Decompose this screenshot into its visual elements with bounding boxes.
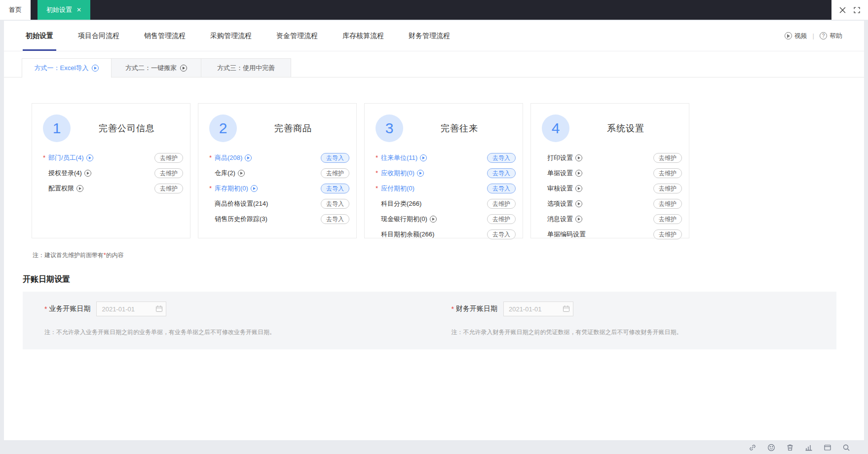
card-item: 选项设置 去维护: [542, 196, 682, 211]
import-button[interactable]: 去导入: [487, 184, 516, 193]
business-date-row: * 业务开账日期: [44, 302, 430, 316]
item-label[interactable]: 库存期初(0): [215, 184, 248, 193]
card-item: * 应收期初(0) 去导入: [376, 165, 516, 181]
item-label: 现金银行期初(0): [381, 215, 427, 224]
window-tab-bar: 首页 初始设置 ✕: [0, 0, 868, 20]
link-icon[interactable]: [749, 444, 756, 452]
business-date-col: * 业务开账日期 注：不允许录入业务开账日期之前的业务单据，有业务单据之后不可修…: [23, 302, 430, 337]
method-tab-improve-in-use[interactable]: 方式三：使用中完善: [201, 58, 291, 77]
tab-finance-flow[interactable]: 财务管理流程: [409, 21, 450, 51]
import-button[interactable]: 去导入: [487, 168, 516, 178]
tab-initial-setup[interactable]: 初始设置: [26, 21, 53, 51]
play-circle-icon[interactable]: [238, 170, 245, 177]
play-circle-icon[interactable]: [575, 216, 582, 223]
maintain-button[interactable]: 去维护: [487, 214, 516, 224]
maintain-button[interactable]: 去维护: [154, 168, 183, 178]
play-circle-icon[interactable]: [76, 185, 83, 192]
item-label: 单据设置: [547, 169, 573, 178]
card-item: * 往来单位(11) 去导入: [376, 150, 516, 165]
item-label: 选项设置: [547, 199, 573, 208]
play-circle-icon[interactable]: [417, 170, 424, 177]
card-title: 完善公司信息: [71, 122, 183, 134]
maintain-button[interactable]: 去维护: [653, 199, 682, 209]
maintain-button[interactable]: 去维护: [154, 184, 183, 193]
play-circle-icon[interactable]: [575, 200, 582, 207]
finance-date-note: 注：不允许录入财务开账日期之前的凭证数据，有凭证数据之后不可修改财务开账日期。: [452, 328, 837, 337]
import-button[interactable]: 去导入: [321, 153, 349, 163]
item-label: 商品价格设置(214): [215, 199, 268, 208]
item-label[interactable]: 应付期初(0): [381, 184, 415, 193]
import-button[interactable]: 去导入: [487, 153, 516, 163]
tab-close-icon[interactable]: ✕: [76, 6, 81, 13]
close-icon[interactable]: [839, 7, 846, 13]
card-item: * 商品(208) 去导入: [209, 150, 349, 165]
play-circle-icon[interactable]: [420, 154, 427, 161]
opening-date-panel: * 业务开账日期 注：不允许录入业务开账日期之前的业务单据，有业务单据之后不可修…: [23, 292, 836, 349]
tab-funds-flow[interactable]: 资金管理流程: [276, 21, 318, 51]
play-circle-icon[interactable]: [575, 170, 582, 177]
card-item: * 部门/员工(4) 去维护: [43, 150, 183, 165]
required-star: *: [209, 185, 215, 192]
maintain-button[interactable]: 去维护: [653, 153, 682, 163]
item-label[interactable]: 往来单位(11): [381, 153, 417, 162]
play-circle-icon[interactable]: [251, 185, 258, 192]
method-tab-label: 方式二：一键搬家: [125, 64, 177, 73]
window-icon[interactable]: [824, 444, 831, 452]
item-label[interactable]: 应收期初(0): [381, 169, 415, 178]
required-star: *: [209, 154, 215, 161]
step-number: 2: [209, 114, 237, 142]
maintain-button[interactable]: 去维护: [653, 214, 682, 224]
fullscreen-icon[interactable]: [854, 7, 860, 13]
tab-project-contract-flow[interactable]: 项目合同流程: [78, 21, 119, 51]
required-star: *: [376, 185, 381, 192]
card-item: 授权登录(4) 去维护: [43, 165, 183, 181]
play-circle-icon[interactable]: [245, 154, 252, 161]
card-item: 审核设置 去维护: [542, 181, 682, 196]
import-button[interactable]: 去导入: [321, 184, 349, 193]
trash-icon[interactable]: [786, 444, 794, 452]
tab-purchase-flow[interactable]: 采购管理流程: [210, 21, 252, 51]
step-number: 1: [43, 114, 71, 142]
finance-date-label: 财务开账日期: [456, 304, 497, 313]
import-button[interactable]: 去导入: [321, 214, 349, 224]
nav-utilities: 视频 | 帮助: [785, 21, 842, 51]
tab-inventory-flow[interactable]: 库存核算流程: [342, 21, 384, 51]
note-suffix: 的内容: [106, 252, 124, 259]
emoji-icon[interactable]: [767, 444, 775, 452]
maintain-button[interactable]: 去维护: [487, 199, 516, 209]
search-icon[interactable]: [842, 444, 850, 452]
import-button[interactable]: 去导入: [487, 229, 516, 239]
item-label[interactable]: 部门/员工(4): [48, 153, 84, 162]
import-button[interactable]: 去导入: [321, 199, 349, 209]
card-title: 系统设置: [569, 122, 682, 134]
stats-icon[interactable]: [805, 444, 813, 452]
window-tab-initial-setup[interactable]: 初始设置 ✕: [38, 0, 90, 20]
maintain-button[interactable]: 去维护: [653, 184, 682, 193]
calendar-icon[interactable]: [155, 305, 163, 314]
method-tab-one-key-move[interactable]: 方式二：一键搬家: [112, 58, 201, 77]
finance-date-box: [503, 302, 573, 316]
play-circle-icon[interactable]: [575, 185, 582, 192]
play-circle-icon[interactable]: [84, 170, 91, 177]
play-circle-icon[interactable]: [430, 216, 437, 223]
maintain-button[interactable]: 去维护: [653, 229, 682, 239]
play-circle-icon[interactable]: [575, 154, 582, 161]
item-label[interactable]: 商品(208): [215, 153, 242, 162]
maintain-button[interactable]: 去维护: [321, 168, 349, 178]
window-tab-home[interactable]: 首页: [0, 0, 31, 20]
maintain-button[interactable]: 去维护: [154, 153, 183, 163]
business-date-note: 注：不允许录入业务开账日期之前的业务单据，有业务单据之后不可修改业务开账日期。: [44, 328, 430, 337]
business-date-label: 业务开账日期: [49, 304, 90, 313]
item-label: 科目期初余额(266): [381, 230, 434, 239]
method-tabs: 方式一：Excel导入 方式二：一键搬家 方式三：使用中完善: [4, 58, 864, 77]
video-link[interactable]: 视频: [785, 32, 807, 40]
item-label: 科目分类(266): [381, 199, 421, 208]
card-item: * 库存期初(0) 去导入: [209, 181, 349, 196]
card-partners: 3 完善往来 * 往来单位(11) 去导入 * 应收期初(0) 去导入 * 应付…: [364, 103, 523, 238]
play-circle-icon[interactable]: [86, 154, 93, 161]
method-tab-excel-import[interactable]: 方式一：Excel导入: [22, 58, 112, 77]
help-link[interactable]: 帮助: [820, 32, 842, 40]
maintain-button[interactable]: 去维护: [653, 168, 682, 178]
tab-sales-flow[interactable]: 销售管理流程: [144, 21, 186, 51]
calendar-icon[interactable]: [563, 305, 570, 314]
